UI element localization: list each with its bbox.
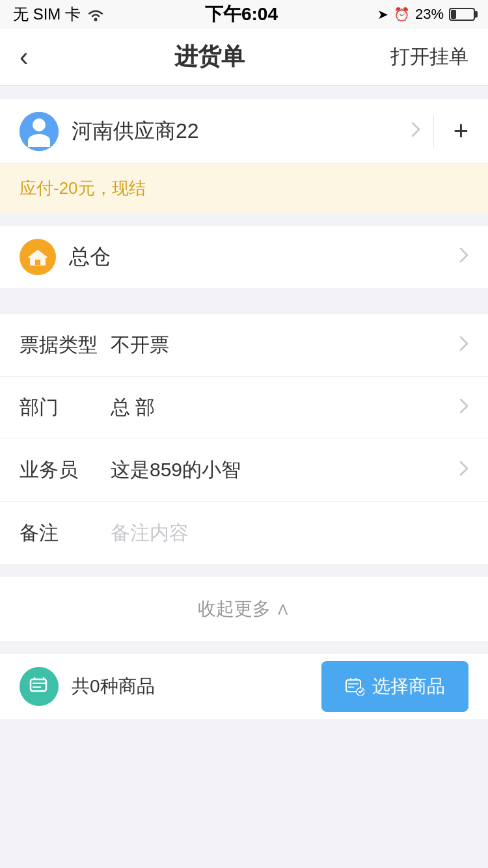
status-time: 下午6:04 xyxy=(205,2,278,27)
supplier-name: 河南供应商22 xyxy=(72,117,411,146)
avatar-image xyxy=(20,112,59,151)
product-count: 共0种商品 xyxy=(72,674,321,699)
svg-rect-1 xyxy=(35,260,40,265)
carrier-text: 无 SIM 卡 xyxy=(13,4,81,25)
product-icon xyxy=(20,667,59,706)
collapse-row[interactable]: 收起更多 ∧ xyxy=(0,577,488,641)
page-footer xyxy=(0,719,488,868)
supplier-avatar xyxy=(20,112,59,151)
battery-icon xyxy=(449,8,475,21)
salesperson-value: 这是859的小智 xyxy=(111,457,459,483)
supplier-row[interactable]: 河南供应商22 + xyxy=(0,99,488,164)
department-label: 部门 xyxy=(20,394,111,421)
salesperson-row[interactable]: 业务员 这是859的小智 xyxy=(0,439,488,502)
warehouse-name: 总仓 xyxy=(69,243,459,271)
divider-2 xyxy=(0,213,488,226)
svg-rect-2 xyxy=(31,679,46,691)
warehouse-icon xyxy=(20,239,56,275)
remark-placeholder: 备注内容 xyxy=(111,520,468,547)
alarm-icon: ⏰ xyxy=(394,7,410,22)
divider-3 xyxy=(0,288,488,301)
salesperson-chevron-icon xyxy=(459,460,468,481)
invoice-type-row[interactable]: 票据类型 不开票 xyxy=(0,314,488,377)
form-section: 票据类型 不开票 部门 总 部 业务员 这是859的小智 备注 备注内容 xyxy=(0,314,488,564)
status-right: ➤ ⏰ 23% xyxy=(377,6,475,23)
department-row[interactable]: 部门 总 部 xyxy=(0,377,488,439)
notice-bar: 应付-20元，现结 xyxy=(0,164,488,213)
cart-icon xyxy=(28,677,50,696)
house-icon xyxy=(28,248,47,266)
notice-text: 应付-20元，现结 xyxy=(20,178,146,198)
wifi-icon xyxy=(86,7,105,21)
warehouse-chevron-icon xyxy=(459,247,468,267)
invoice-type-value: 不开票 xyxy=(111,332,459,359)
warehouse-row[interactable]: 总仓 xyxy=(0,226,488,288)
page-title: 进货单 xyxy=(174,41,245,73)
divider-top xyxy=(0,86,488,99)
supplier-card: 河南供应商22 + 应付-20元，现结 xyxy=(0,99,488,213)
remark-label: 备注 xyxy=(20,520,111,547)
remark-row[interactable]: 备注 备注内容 xyxy=(0,502,488,564)
nav-bar: ‹ 进货单 打开挂单 xyxy=(0,29,488,86)
department-value: 总 部 xyxy=(111,394,459,421)
battery-percent: 23% xyxy=(415,6,444,23)
select-icon xyxy=(345,677,364,696)
svg-point-0 xyxy=(94,18,98,21)
status-bar: 无 SIM 卡 下午6:04 ➤ ⏰ 23% xyxy=(0,0,488,29)
supplier-chevron-icon xyxy=(411,121,420,142)
invoice-chevron-icon xyxy=(459,335,468,356)
invoice-type-label: 票据类型 xyxy=(20,332,111,359)
add-supplier-button[interactable]: + xyxy=(454,116,468,146)
salesperson-label: 业务员 xyxy=(20,457,111,483)
open-pending-button[interactable]: 打开挂单 xyxy=(390,44,468,70)
select-product-label: 选择商品 xyxy=(372,674,445,699)
select-product-button[interactable]: 选择商品 xyxy=(321,661,468,712)
vertical-divider xyxy=(433,115,434,148)
status-carrier: 无 SIM 卡 xyxy=(13,4,105,25)
bottom-bar: 共0种商品 选择商品 xyxy=(0,654,488,719)
location-icon: ➤ xyxy=(377,7,388,22)
back-button[interactable]: ‹ xyxy=(20,42,28,72)
department-chevron-icon xyxy=(459,398,468,418)
collapse-label: 收起更多 ∧ xyxy=(198,597,291,621)
